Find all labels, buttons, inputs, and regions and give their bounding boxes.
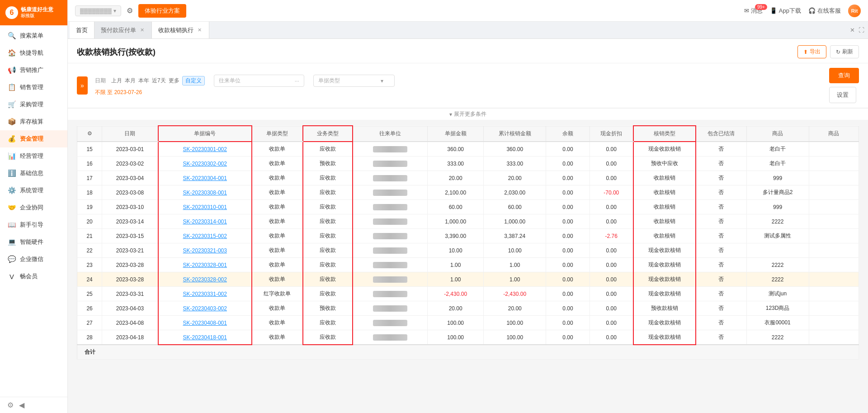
sidebar-item-purchase[interactable]: 🛒采购管理	[0, 96, 67, 113]
sidebar-item-marketing[interactable]: 📢营销推广	[0, 62, 67, 79]
sidebar-item-basic[interactable]: ℹ️基础信息	[0, 165, 67, 182]
topbar-dropdown[interactable]: ▓▓▓▓▓▓▓▓ ▾	[75, 5, 121, 16]
date-custom[interactable]: 自定义	[182, 76, 205, 85]
th-amount[interactable]: 单据金额	[428, 126, 484, 142]
tab-home[interactable]: 首页	[70, 22, 94, 38]
sidebar-item-label: 新手引导	[20, 221, 43, 229]
th-partner[interactable]: 往来单位	[353, 126, 428, 142]
th-incl[interactable]: 包含已结清	[696, 126, 746, 142]
table-row[interactable]: 21 2023-03-15 SK-20230315-002 收款单 应收款 ██…	[77, 229, 859, 243]
date-more[interactable]: 更多	[169, 77, 179, 85]
table-row[interactable]: 27 2023-04-08 SK-20230408-001 收款单 应收款 ██…	[77, 316, 859, 330]
sidebar-item-sales[interactable]: 📋销售管理	[0, 79, 67, 96]
sidebar-item-guide[interactable]: 📖新手引导	[0, 216, 67, 233]
th-biztype[interactable]: 业务类型	[303, 126, 353, 142]
sidebar-item-member[interactable]: V畅会员	[0, 268, 67, 285]
app-download[interactable]: 📱 App下载	[770, 7, 801, 15]
docno-link[interactable]: SK-20230328-002	[183, 276, 227, 283]
docno-link[interactable]: SK-20230308-001	[183, 190, 227, 196]
partner-input[interactable]: 往来单位 ···	[214, 75, 304, 87]
th-settings[interactable]: ⚙	[77, 126, 102, 142]
cell-goods: 999	[746, 171, 809, 185]
sidebar-item-finance[interactable]: 💰资金管理	[0, 130, 67, 147]
sidebar-item-system[interactable]: ⚙️系统管理	[0, 182, 67, 199]
export-button[interactable]: ⬆ 导出	[797, 45, 826, 58]
th-goods[interactable]: 商品	[746, 126, 809, 142]
doc-type-select[interactable]: 单据类型 ▾	[313, 75, 395, 87]
sidebar-item-hardware[interactable]: 💻智能硬件	[0, 233, 67, 251]
table-row[interactable]: 26 2023-04-03 SK-20230403-002 收款单 预收款 ██…	[77, 301, 859, 316]
table-container[interactable]: ⚙ 日期 单据编号 单据类型 业务类型 往来单位 单据金额 累计核销金额 余额 …	[68, 120, 868, 413]
table-row[interactable]: 22 2023-03-21 SK-20230321-003 收款单 应收款 ██…	[77, 243, 859, 258]
docno-link[interactable]: SK-20230403-002	[183, 305, 227, 312]
date-this-year[interactable]: 本年	[138, 77, 149, 85]
date-last-month[interactable]: 上月	[111, 77, 122, 85]
docno-link[interactable]: SK-20230328-001	[183, 262, 227, 268]
table-row[interactable]: 28 2023-04-18 SK-20230418-001 收款单 应收款 ██…	[77, 330, 859, 345]
sidebar-item-enterprise[interactable]: 🤝企业协同	[0, 199, 67, 216]
cell-date: 2023-03-10	[102, 200, 158, 214]
sidebar-item-wechat[interactable]: 💬企业微信	[0, 251, 67, 268]
table-row[interactable]: 20 2023-03-14 SK-20230314-001 收款单 应收款 ██…	[77, 214, 859, 229]
th-cumwriteoff[interactable]: 累计核销金额	[484, 126, 546, 142]
docno-link[interactable]: SK-20230408-001	[183, 320, 227, 326]
table-row[interactable]: 19 2023-03-10 SK-20230310-001 收款单 应收款 ██…	[77, 200, 859, 214]
th-goods2[interactable]: 商品	[809, 126, 859, 142]
sidebar-item-quicknav[interactable]: 🏠快捷导航	[0, 44, 67, 62]
th-balance[interactable]: 余额	[546, 126, 590, 142]
table-row[interactable]: 15 2023-03-01 SK-20230301-002 收款单 应收款 ██…	[77, 142, 859, 157]
table-row[interactable]: 23 2023-03-28 SK-20230328-001 收款单 应收款 ██…	[77, 258, 859, 272]
docno-link[interactable]: SK-20230310-001	[183, 204, 227, 210]
tab-close-icon[interactable]: ✕	[139, 27, 145, 33]
th-date[interactable]: 日期	[102, 126, 158, 142]
docno-link[interactable]: SK-20230314-001	[183, 218, 227, 225]
docno-link[interactable]: SK-20230302-002	[183, 161, 227, 167]
tab-writeoff[interactable]: 收款核销执行✕	[152, 22, 209, 38]
cell-date: 2023-03-04	[102, 171, 158, 185]
sidebar-item-inventory[interactable]: 📦库存核算	[0, 113, 67, 130]
date-7days[interactable]: 近7天	[152, 77, 166, 85]
docno-link[interactable]: SK-20230315-002	[183, 233, 227, 239]
settings-icon[interactable]: ⚙	[7, 401, 14, 409]
cell-biztype: 应收款	[303, 171, 353, 185]
tab-close-all-icon[interactable]: ✕	[850, 27, 855, 33]
docno-link[interactable]: SK-20230301-002	[183, 146, 227, 152]
table-row[interactable]: 24 2023-03-28 SK-20230328-002 收款单 应收款 ██…	[77, 272, 859, 287]
tab-expand-icon[interactable]: ⛶	[859, 27, 864, 33]
online-support[interactable]: 🎧 在线客服	[808, 7, 841, 15]
tab-prepay[interactable]: 预付款应付单✕	[94, 22, 152, 38]
th-writetype[interactable]: 核销类型	[633, 126, 696, 142]
setting-button[interactable]: 设置	[829, 87, 856, 103]
th-cashdiscount[interactable]: 现金折扣	[590, 126, 633, 142]
docno-link[interactable]: SK-20230321-003	[183, 247, 227, 254]
cell-balance: 0.00	[546, 229, 590, 243]
docno-link[interactable]: SK-20230331-002	[183, 291, 227, 297]
table-row[interactable]: 25 2023-03-31 SK-20230331-002 红字收款单 应收款 …	[77, 287, 859, 301]
cell-balance: 0.00	[546, 243, 590, 258]
tab-close-icon[interactable]: ✕	[196, 27, 203, 33]
sidebar-item-operations[interactable]: 📊经营管理	[0, 147, 67, 165]
main-content: ▓▓▓▓▓▓▓▓ ▾ ⚙ 体验行业方案 ✉ 消息 99+ 📱 App下载 🎧 在…	[68, 0, 868, 413]
docno-link[interactable]: SK-20230304-001	[183, 175, 227, 181]
collapse-icon[interactable]: ◀	[19, 401, 24, 409]
date-this-month[interactable]: 本月	[125, 77, 136, 85]
avatar[interactable]: Rit	[848, 5, 861, 17]
cell-date: 2023-03-01	[102, 142, 158, 157]
page-body: 收款核销执行(按收款) ⬆ 导出 ↻ 刷新 » 日期	[68, 39, 868, 413]
cell-date: 2023-03-28	[102, 272, 158, 287]
expand-more-btn[interactable]: ▾ 展开更多条件	[449, 110, 486, 118]
table-row[interactable]: 18 2023-03-08 SK-20230308-001 收款单 应收款 ██…	[77, 185, 859, 200]
th-docno[interactable]: 单据编号	[158, 126, 252, 142]
cell-cashdiscount: 0.00	[590, 258, 633, 272]
filter-collapse-button[interactable]: »	[77, 76, 88, 95]
table-row[interactable]: 17 2023-03-04 SK-20230304-001 收款单 应收款 ██…	[77, 171, 859, 185]
messages-badge[interactable]: ✉ 消息 99+	[744, 7, 763, 15]
docno-link[interactable]: SK-20230418-001	[183, 334, 227, 341]
query-button[interactable]: 查询	[829, 68, 859, 83]
th-doctype[interactable]: 单据类型	[252, 126, 303, 142]
settings-gear-icon[interactable]: ⚙	[127, 6, 133, 15]
solution-button[interactable]: 体验行业方案	[138, 4, 186, 18]
refresh-button[interactable]: ↻ 刷新	[830, 45, 859, 58]
table-row[interactable]: 16 2023-03-02 SK-20230302-002 收款单 预收款 ██…	[77, 157, 859, 171]
sidebar-item-search[interactable]: 🔍搜索菜单	[0, 27, 67, 44]
